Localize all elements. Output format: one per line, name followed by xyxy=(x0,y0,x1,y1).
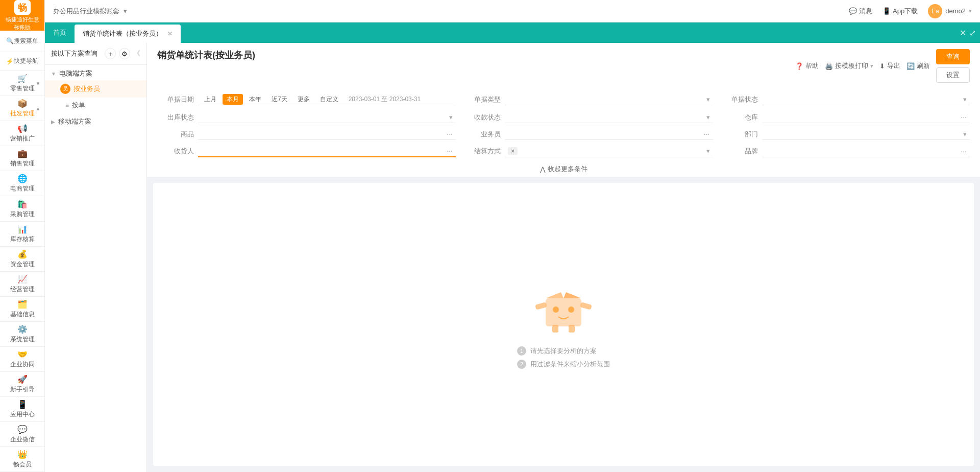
apps-icon: 📱 xyxy=(17,399,28,409)
setting-button[interactable]: 设置 xyxy=(936,67,970,83)
left-panel-header: 按以下方案查询 + ⚙ 《 xyxy=(45,43,146,65)
message-icon: 💬 xyxy=(849,7,857,15)
mobile-scheme-group[interactable]: ▶ 移动端方案 xyxy=(45,113,146,128)
order-icon: ≡ xyxy=(65,102,69,109)
goods-dots[interactable]: ··· xyxy=(447,130,453,138)
add-scheme-btn[interactable]: + xyxy=(105,48,116,59)
tab-sales-stat[interactable]: 销货单统计表（按业务员） ✕ xyxy=(75,25,181,43)
page-title: 销货单统计表(按业务员) xyxy=(157,49,255,61)
receipt-status-select[interactable]: ▾ xyxy=(505,112,713,123)
avatar: Ea xyxy=(928,4,942,18)
sidebar-item-system[interactable]: ⚙️ 系统管理 xyxy=(0,322,45,347)
svg-point-1 xyxy=(553,306,559,313)
mobile-arrow-icon: ▶ xyxy=(51,119,55,125)
tab-home[interactable]: 首页 xyxy=(45,22,75,43)
sidebar-item-sales[interactable]: 💼 销售管理 xyxy=(0,146,45,171)
collapse-left-panel-btn[interactable]: 《 xyxy=(133,49,140,58)
empty-state: 1 请先选择要分析的方案 2 用过滤条件来缩小分析范围 xyxy=(153,183,974,466)
sidebar-item-wechat[interactable]: 💬 企业微信 xyxy=(0,422,45,447)
user-menu[interactable]: Ea demo2 ▾ xyxy=(928,4,972,18)
sidebar-item-purchase[interactable]: 🛍️ 采购管理 xyxy=(0,196,45,221)
doc-status-label: 单据状态 xyxy=(721,95,762,104)
wechat-icon: 💬 xyxy=(17,424,28,434)
left-panel-actions: + ⚙ 《 xyxy=(105,48,140,59)
salesperson-dots[interactable]: ··· xyxy=(704,130,710,138)
collapse-filters-btn[interactable]: ⋀ 收起更多条件 xyxy=(157,161,970,177)
sidebar-item-wholesale[interactable]: 📦 批发管理 ▲ xyxy=(0,96,45,121)
brand-dots[interactable]: ··· xyxy=(961,147,967,155)
query-button[interactable]: 查询 xyxy=(936,49,970,64)
date-btn-more[interactable]: 更多 xyxy=(293,94,314,105)
inventory-icon: 📊 xyxy=(17,224,28,234)
user-dropdown-icon: ▾ xyxy=(969,8,972,14)
topbar-right: 💬 消息 📱 App下载 Ea demo2 ▾ xyxy=(849,4,972,18)
tab-close-all-btn[interactable]: ✕ xyxy=(960,28,966,38)
warehouse-dots[interactable]: ··· xyxy=(961,113,967,121)
doc-status-select[interactable]: ▾ xyxy=(762,94,970,105)
scheme-item-order[interactable]: ≡ 按单 xyxy=(45,98,146,113)
sidebar-item-inventory[interactable]: 📊 库存核算 xyxy=(0,222,45,247)
tab-expand-btn[interactable]: ⤢ xyxy=(969,28,976,38)
refresh-btn[interactable]: 🔄 刷新 xyxy=(906,61,930,70)
receiver-dots[interactable]: ··· xyxy=(447,147,453,155)
date-btn-this-month[interactable]: 本月 xyxy=(223,94,243,105)
app-logo[interactable]: 畅 畅捷通好生意 标账版 xyxy=(0,0,45,31)
sales-icon: 💼 xyxy=(17,149,28,158)
sidebar-item-enterprise[interactable]: 🤝 企业协同 xyxy=(0,347,45,372)
sidebar-item-operations[interactable]: 📈 经营管理 xyxy=(0,272,45,297)
arrow-icon-2: ▲ xyxy=(36,106,41,111)
salesperson-filter-label: 业务员 xyxy=(464,130,505,139)
retail-icon: 🛒 xyxy=(17,74,28,83)
sidebar-item-ecommerce[interactable]: 🌐 电商管理 xyxy=(0,171,45,196)
refresh-icon: 🔄 xyxy=(906,62,915,70)
newbie-icon: 🚀 xyxy=(17,374,28,384)
sidebar-item-finance[interactable]: 💰 资金管理 xyxy=(0,247,45,272)
date-btn-this-year[interactable]: 本年 xyxy=(245,94,265,105)
topbar-dropdown-icon[interactable]: ▾ xyxy=(124,7,127,15)
dept-select[interactable]: ▾ xyxy=(762,129,970,140)
sidebar-item-newbie[interactable]: 🚀 新手引导 xyxy=(0,372,45,397)
out-status-label: 出库状态 xyxy=(157,113,198,122)
export-btn[interactable]: ⬇ 导出 xyxy=(879,61,900,70)
step-num-2: 2 xyxy=(517,360,526,369)
finance-icon: 💰 xyxy=(17,249,28,259)
pc-scheme-group-title[interactable]: ▼ 电脑端方案 xyxy=(45,65,146,80)
search-menu[interactable]: 🔍 搜索菜单 xyxy=(0,31,45,52)
app-download-btn[interactable]: 📱 App下载 xyxy=(883,7,918,16)
tab-sales-stat-label: 销货单统计表（按业务员） xyxy=(83,29,162,38)
left-panel-title: 按以下方案查询 xyxy=(51,49,97,58)
print-dropdown-icon: ▾ xyxy=(870,63,873,69)
plus-icon: + xyxy=(108,50,112,58)
quick-nav[interactable]: ⚡ 快捷导航 xyxy=(0,52,45,72)
export-icon: ⬇ xyxy=(879,62,885,70)
date-btn-last-month[interactable]: 上月 xyxy=(200,94,220,105)
sidebar-item-basic[interactable]: 🗂️ 基础信息 xyxy=(0,297,45,322)
tab-close-btn[interactable]: ✕ xyxy=(167,30,173,37)
print-btn[interactable]: 🖨️ 按模板打印 ▾ xyxy=(825,61,873,70)
date-btn-custom[interactable]: 自定义 xyxy=(316,94,342,105)
order-scheme-label: 按单 xyxy=(72,101,85,110)
help-btn[interactable]: ❓ 帮助 xyxy=(795,61,819,70)
group-expand-icon: ▼ xyxy=(51,71,56,77)
scheme-icon: 员 xyxy=(60,84,70,94)
payment-select[interactable]: × ▾ xyxy=(505,146,713,157)
sidebar-item-apps[interactable]: 📱 应用中心 xyxy=(0,397,45,422)
svg-rect-6 xyxy=(580,302,592,310)
empty-step-1: 1 请先选择要分析的方案 xyxy=(517,344,610,358)
dept-label: 部门 xyxy=(721,130,762,139)
sidebar-item-retail[interactable]: 🛒 零售管理 ▼ xyxy=(0,71,45,96)
doc-type-label: 单据类型 xyxy=(464,95,505,104)
warehouse-label: 仓库 xyxy=(721,113,762,122)
sidebar-item-member[interactable]: 👑 畅会员 xyxy=(0,447,45,472)
logo-icon: 畅 xyxy=(14,0,31,15)
edit-scheme-btn[interactable]: ⚙ xyxy=(119,48,130,59)
date-btn-7days[interactable]: 近7天 xyxy=(267,94,291,105)
home-label: 首页 xyxy=(53,28,66,37)
message-btn[interactable]: 💬 消息 xyxy=(849,7,872,16)
doc-type-select[interactable]: ▾ xyxy=(505,94,713,105)
sidebar-item-marketing[interactable]: 📢 营销推广 xyxy=(0,121,45,146)
out-status-select[interactable]: ▾ xyxy=(198,112,456,123)
empty-svg xyxy=(533,278,594,334)
scheme-item-salesperson[interactable]: 员 按业务员 xyxy=(45,80,146,98)
date-range-text: 2023-03-01 至 2023-03-31 xyxy=(349,95,421,104)
